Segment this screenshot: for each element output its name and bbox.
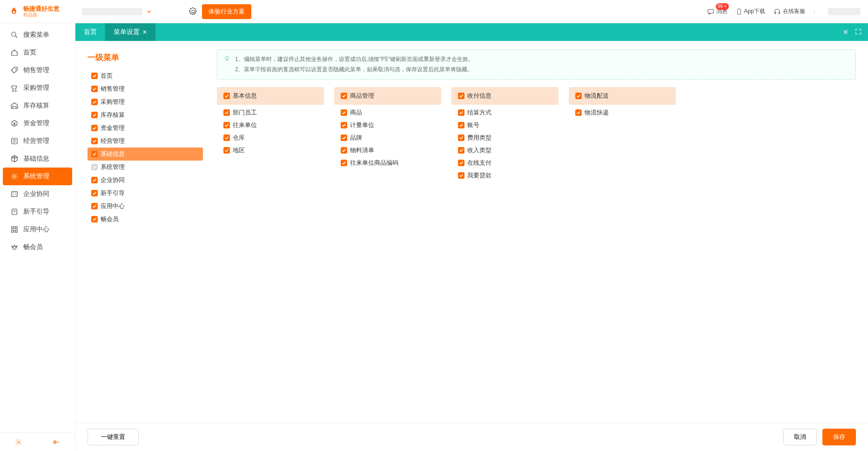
sidebar-item-2[interactable]: 销售管理: [0, 61, 75, 79]
first-menu-item-9[interactable]: 新手引导: [87, 187, 203, 200]
card-item-2[interactable]: 费用类型: [458, 134, 552, 142]
card-item-1[interactable]: 计量单位: [341, 121, 435, 129]
checkbox-icon[interactable]: [91, 216, 98, 222]
reset-button[interactable]: 一键重置: [87, 429, 139, 445]
card-item-1[interactable]: 账号: [458, 121, 552, 129]
card-header[interactable]: 基本信息: [217, 87, 324, 105]
card-item-label: 往来单位: [233, 121, 257, 129]
sidebar-item-4[interactable]: 库存核算: [0, 97, 75, 114]
card-header[interactable]: 物流配送: [569, 87, 676, 105]
sidebar-item-label: 搜索菜单: [23, 31, 49, 39]
sidebar-item-3[interactable]: 采购管理: [0, 79, 75, 97]
fullscreen-icon[interactable]: [855, 28, 861, 36]
checkbox-icon[interactable]: [223, 109, 230, 116]
checkbox-icon[interactable]: [223, 147, 230, 154]
checkbox-icon[interactable]: [458, 172, 464, 179]
sidebar-item-12[interactable]: 畅会员: [0, 238, 75, 256]
card-item-4[interactable]: 在线支付: [458, 159, 552, 167]
first-menu-item-10[interactable]: 应用中心: [87, 200, 203, 213]
sidebar-item-7[interactable]: 基础信息: [0, 150, 75, 168]
checkbox-icon[interactable]: [458, 160, 464, 166]
checkbox-icon[interactable]: [341, 160, 347, 166]
checkbox-icon[interactable]: [223, 135, 230, 141]
checkbox-icon[interactable]: [341, 147, 347, 154]
close-icon[interactable]: ✕: [142, 29, 147, 35]
first-menu-item-8[interactable]: 企业协同: [87, 174, 203, 187]
first-menu-item-7[interactable]: 系统管理: [87, 161, 203, 174]
sidebar-item-10[interactable]: 新手引导: [0, 203, 75, 221]
card-header[interactable]: 收付信息: [451, 87, 558, 105]
card-item-2[interactable]: 品牌: [341, 134, 435, 142]
sidebar-item-11[interactable]: 应用中心: [0, 221, 75, 238]
first-menu-item-4[interactable]: 资金管理: [87, 121, 203, 135]
sidebar-item-8[interactable]: 系统管理: [3, 168, 72, 185]
tab-0[interactable]: 首页: [75, 23, 105, 41]
messages-link[interactable]: 消息 99 +: [707, 7, 727, 15]
checkbox-icon[interactable]: [458, 122, 464, 128]
close-all-icon[interactable]: ✕: [843, 28, 848, 36]
user-placeholder[interactable]: [828, 8, 861, 15]
first-menu-item-11[interactable]: 畅会员: [87, 213, 203, 226]
checkbox-icon[interactable]: [91, 125, 98, 131]
checkbox-icon[interactable]: [341, 109, 347, 116]
cancel-button[interactable]: 取消: [783, 429, 817, 445]
checkbox-icon[interactable]: [341, 135, 347, 141]
checkbox-icon[interactable]: [91, 73, 98, 79]
card-item-3[interactable]: 地区: [223, 146, 317, 155]
card-item-3[interactable]: 物料清单: [341, 146, 435, 155]
support-link[interactable]: 在线客服: [774, 7, 805, 15]
card-header[interactable]: 商品管理: [334, 87, 441, 105]
card-item-2[interactable]: 仓库: [223, 134, 317, 142]
card-item-1[interactable]: 往来单位: [223, 121, 317, 129]
enterprise-icon: [10, 190, 19, 198]
card-item-0[interactable]: 结算方式: [458, 108, 552, 117]
checkbox-icon[interactable]: [223, 122, 230, 128]
card-item-0[interactable]: 商品: [341, 108, 435, 117]
first-menu-item-0[interactable]: 首页: [87, 69, 203, 82]
first-menu-item-3[interactable]: 库存核算: [87, 108, 203, 121]
checkbox-icon[interactable]: [575, 93, 582, 99]
checkbox-icon[interactable]: [91, 99, 98, 105]
first-menu-item-5[interactable]: 经营管理: [87, 135, 203, 148]
try-industry-button[interactable]: 体验行业方案: [202, 4, 251, 19]
checkbox-icon[interactable]: [91, 138, 98, 144]
card-item-0[interactable]: 物流快递: [575, 108, 669, 117]
sidebar-item-6[interactable]: 经营管理: [0, 132, 75, 150]
gear-icon[interactable]: [189, 7, 197, 16]
card-item-0[interactable]: 部门员工: [223, 108, 317, 117]
sidebar-item-5[interactable]: 资金管理: [0, 114, 75, 132]
first-menu-item-1[interactable]: 销售管理: [87, 82, 203, 95]
app-download-link[interactable]: App下载: [736, 7, 765, 15]
checkbox-icon[interactable]: [575, 109, 582, 116]
checkbox-icon[interactable]: [458, 109, 464, 116]
support-label: 在线客服: [783, 7, 805, 15]
checkbox-icon[interactable]: [91, 112, 98, 118]
sidebar-item-9[interactable]: 企业协同: [0, 185, 75, 203]
checkbox-icon[interactable]: [341, 93, 347, 99]
first-menu-item-2[interactable]: 采购管理: [87, 95, 203, 108]
sidebar-item-0[interactable]: 搜索菜单: [0, 26, 75, 44]
shop-selector[interactable]: [82, 8, 184, 15]
settings-icon[interactable]: [15, 438, 22, 446]
checkbox-icon[interactable]: [91, 190, 98, 196]
card-item-label: 品牌: [350, 134, 362, 142]
card-item-4[interactable]: 往来单位商品编码: [341, 159, 435, 167]
checkbox-icon[interactable]: [341, 122, 347, 128]
save-button[interactable]: 保存: [822, 429, 856, 445]
checkbox-icon[interactable]: [91, 151, 98, 157]
svg-point-5: [15, 68, 16, 69]
sidebar-item-1[interactable]: 首页: [0, 44, 75, 61]
checkbox-icon[interactable]: [223, 93, 230, 99]
checkbox-icon[interactable]: [458, 93, 464, 99]
card-item-3[interactable]: 收入类型: [458, 146, 552, 155]
collapse-icon[interactable]: [53, 438, 60, 446]
checkbox-icon[interactable]: [458, 135, 464, 141]
checkbox-icon[interactable]: [91, 164, 98, 170]
tab-1[interactable]: 菜单设置✕: [105, 23, 155, 41]
checkbox-icon[interactable]: [91, 177, 98, 183]
card-item-5[interactable]: 我要贷款: [458, 171, 552, 180]
checkbox-icon[interactable]: [91, 86, 98, 92]
checkbox-icon[interactable]: [91, 203, 98, 209]
checkbox-icon[interactable]: [458, 147, 464, 154]
first-menu-item-6[interactable]: 基础信息: [87, 148, 203, 161]
